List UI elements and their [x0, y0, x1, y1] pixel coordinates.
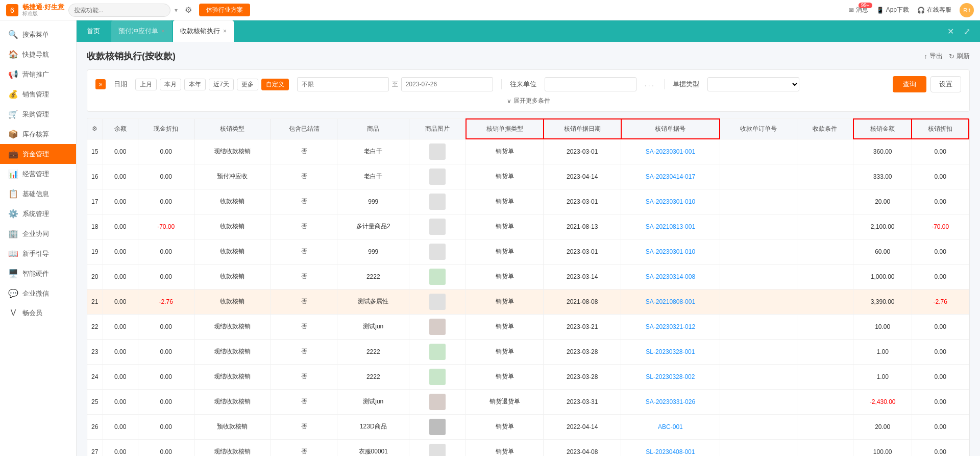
- window-expand-btn[interactable]: ⤢: [960, 24, 974, 38]
- industry-btn[interactable]: 休验行业方案: [199, 4, 250, 16]
- bill-no-cell[interactable]: SA-20230331-026: [621, 389, 720, 414]
- user-avatar[interactable]: Rit: [960, 3, 974, 17]
- date-more-btn[interactable]: 更多: [237, 79, 258, 90]
- app-download-btn[interactable]: 📱 App下载: [876, 6, 909, 14]
- tab-receipt-close[interactable]: ×: [223, 28, 227, 35]
- sidebar-item-quicknav[interactable]: 🏠 快捷导航: [0, 44, 76, 64]
- bill-no-link[interactable]: SL-20230328-001: [646, 348, 695, 355]
- bill-no-link[interactable]: SA-20230301-010: [646, 248, 695, 255]
- bill-no-cell[interactable]: SA-20230301-010: [621, 239, 720, 264]
- partner-input[interactable]: [545, 77, 636, 91]
- partner-dots[interactable]: ...: [645, 81, 656, 88]
- expand-more-btn[interactable]: ∨ 展开更多条件: [95, 97, 961, 105]
- sidebar-item-basic[interactable]: 📋 基础信息: [0, 184, 76, 204]
- search-input[interactable]: [68, 4, 170, 17]
- bill-no-link[interactable]: SA-20230301-001: [646, 148, 695, 155]
- bill-no-link[interactable]: SA-20210813-001: [646, 223, 695, 230]
- filter-divider-2: [664, 79, 665, 89]
- sidebar-item-purchase[interactable]: 🛒 采购管理: [0, 104, 76, 124]
- bill-no-cell[interactable]: SA-20210808-001: [621, 289, 720, 314]
- bill-date-cell: 2023-03-14: [544, 264, 621, 289]
- bill-no-link[interactable]: SA-20230331-026: [646, 398, 695, 405]
- bill-no-link[interactable]: SL-20230408-001: [646, 448, 695, 455]
- export-btn[interactable]: ↑ 导出: [924, 52, 943, 61]
- sidebar-item-search[interactable]: 🔍 搜索菜单: [0, 25, 76, 44]
- filter-settings-btn[interactable]: 设置: [930, 76, 961, 92]
- cash-discount-cell: 0.00: [138, 389, 194, 414]
- bill-date-cell: 2023-03-01: [544, 139, 621, 164]
- bill-no-link[interactable]: SA-20230301-010: [646, 198, 695, 205]
- date-this-year-btn[interactable]: 本年: [184, 79, 206, 90]
- search-dropdown-arrow[interactable]: ▾: [175, 7, 178, 14]
- tab-receipt[interactable]: 收款核销执行 ×: [173, 20, 234, 42]
- bill-no-cell[interactable]: SA-20230321-012: [621, 314, 720, 339]
- query-btn[interactable]: 查询: [893, 76, 926, 92]
- cond-cell: [797, 264, 853, 289]
- table-container: ⚙ 余额 现金折扣 核销类型 包含已结清 商品 商品图片 核销单据类型 核销单据…: [87, 118, 970, 456]
- online-service-btn[interactable]: 🎧 在线客服: [917, 6, 951, 14]
- cond-cell: [797, 239, 853, 264]
- bill-no-cell[interactable]: SA-20230301-001: [621, 139, 720, 164]
- sidebar-item-corp[interactable]: 🏢 企业协同: [0, 224, 76, 244]
- receipt-type-select[interactable]: 销货单 销货退货单: [707, 77, 799, 91]
- partner-label: 往来单位: [510, 80, 536, 89]
- settled-cell: 否: [271, 264, 337, 289]
- export-icon: ↑: [924, 53, 928, 60]
- bill-type-cell: 销货单: [466, 439, 544, 456]
- bill-no-cell[interactable]: SA-20230414-017: [621, 164, 720, 189]
- filter-expand-btn[interactable]: »: [95, 79, 106, 89]
- goods-image: [429, 369, 446, 385]
- date-last-month-btn[interactable]: 上月: [135, 79, 157, 90]
- bill-no-link[interactable]: SL-20230328-002: [646, 373, 695, 380]
- refresh-btn[interactable]: ↻ 刷新: [949, 52, 970, 61]
- bill-no-cell[interactable]: SL-20230328-001: [621, 339, 720, 364]
- sidebar-item-marketing[interactable]: 📢 营销推广: [0, 64, 76, 84]
- tab-prepay[interactable]: 预付冲应付单 ×: [111, 20, 172, 42]
- date-end-input[interactable]: [401, 77, 493, 91]
- bill-no-link[interactable]: ABC-001: [658, 423, 683, 430]
- filter-row: » 日期 上月 本月 本年 近7天 更多 自定义: [95, 76, 961, 92]
- amount-cell: 60.00: [853, 239, 912, 264]
- date-start-input[interactable]: [297, 77, 389, 91]
- page-title: 收款核销执行(按收款): [87, 50, 176, 62]
- date-custom-btn[interactable]: 自定义: [261, 79, 289, 90]
- row-no: 26: [87, 414, 103, 439]
- sidebar-item-sales[interactable]: 💰 销售管理: [0, 84, 76, 104]
- bill-date-cell: 2023-04-08: [544, 439, 621, 456]
- sidebar-item-finance[interactable]: 💼 资金管理: [0, 144, 76, 164]
- window-close-btn[interactable]: ✕: [943, 24, 958, 38]
- date-7days-btn[interactable]: 近7天: [209, 79, 234, 90]
- messages-btn[interactable]: ✉ 消息 99+: [849, 6, 868, 14]
- row-no: 19: [87, 239, 103, 264]
- tab-home[interactable]: 首页: [77, 20, 110, 42]
- discount-cell: 0.00: [912, 239, 969, 264]
- bill-no-cell[interactable]: ABC-001: [621, 414, 720, 439]
- bill-no-cell[interactable]: SA-20210813-001: [621, 214, 720, 239]
- tab-prepay-close[interactable]: ×: [161, 28, 165, 35]
- sidebar-item-inventory[interactable]: 📦 库存核算: [0, 124, 76, 144]
- bill-no-link[interactable]: SA-20210808-001: [646, 298, 695, 305]
- order-no-cell: [720, 239, 797, 264]
- main-area: 首页 预付冲应付单 × 收款核销执行 × ✕ ⤢ 收款核销执行(按收款): [77, 20, 980, 456]
- bill-no-cell[interactable]: SL-20230328-002: [621, 364, 720, 389]
- bill-no-link[interactable]: SA-20230414-017: [646, 173, 695, 180]
- date-this-month-btn[interactable]: 本月: [160, 79, 181, 90]
- settings-icon[interactable]: ⚙: [182, 4, 195, 17]
- headset-icon: 🎧: [917, 7, 925, 14]
- sidebar-item-system[interactable]: ⚙️ 系统管理: [0, 204, 76, 224]
- brand-name: 畅捷通·好生意: [22, 3, 64, 11]
- bill-no-link[interactable]: SA-20230314-008: [646, 273, 695, 280]
- bill-no-cell[interactable]: SA-20230301-010: [621, 189, 720, 214]
- goods-image: [429, 219, 446, 235]
- sidebar-item-wechat[interactable]: 💬 企业微信: [0, 283, 76, 303]
- bill-no-cell[interactable]: SL-20230408-001: [621, 439, 720, 456]
- th-bill-date: 核销单据日期: [544, 119, 621, 139]
- balance-cell: 0.00: [103, 414, 138, 439]
- sidebar-item-hardware[interactable]: 🖥️ 智能硬件: [0, 263, 76, 283]
- sidebar-item-guide[interactable]: 📖 新手引导: [0, 244, 76, 263]
- bill-no-cell[interactable]: SA-20230314-008: [621, 264, 720, 289]
- bill-no-link[interactable]: SA-20230321-012: [646, 323, 695, 330]
- table-row: 270.000.00现结收款核销否衣服00001销货单2023-04-08SL-…: [87, 439, 969, 456]
- sidebar-item-operations[interactable]: 📊 经营管理: [0, 164, 76, 184]
- sidebar-item-member[interactable]: V 畅会员: [0, 303, 76, 323]
